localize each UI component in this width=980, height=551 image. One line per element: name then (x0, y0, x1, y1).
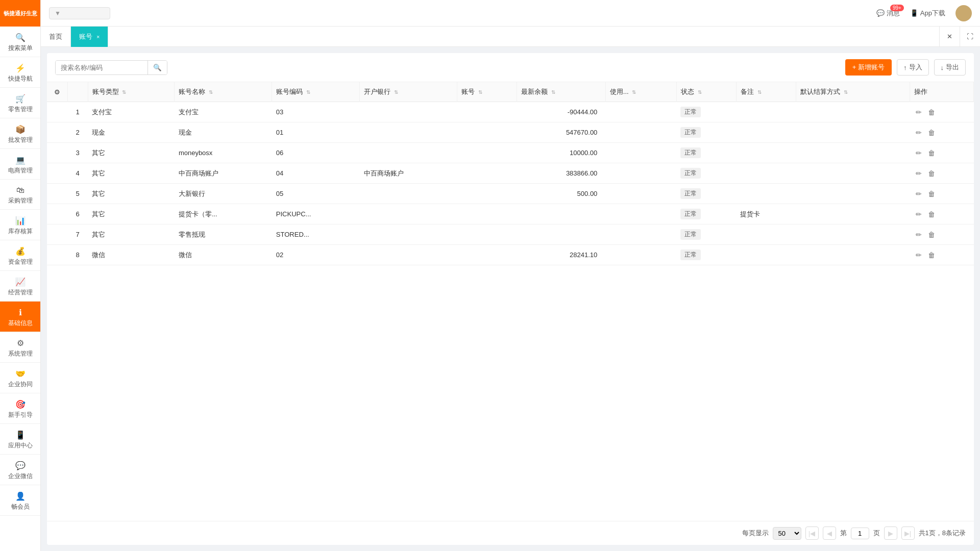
cell-type: 其它 (88, 184, 175, 204)
sys-mgmt-icon: ⚙ (17, 338, 24, 348)
add-account-button[interactable]: + 新增账号 (845, 59, 892, 76)
edit-button[interactable]: ✏ (914, 250, 924, 260)
sidebar-item-inventory-calc[interactable]: 📊 库存核算 (0, 210, 40, 240)
cell-balance: 547670.00 (517, 122, 606, 143)
delete-button[interactable]: 🗑 (926, 189, 937, 199)
sidebar-item-wholesale-mgmt[interactable]: 📦 批发管理 (0, 118, 40, 149)
col-balance[interactable]: 最新余额 ⇅ (517, 82, 606, 102)
delete-button[interactable]: 🗑 (926, 209, 937, 219)
delete-button[interactable]: 🗑 (926, 128, 937, 138)
sidebar-item-search-menu[interactable]: 🔍 搜索菜单 (0, 27, 40, 57)
delete-button[interactable]: 🗑 (926, 250, 937, 260)
edit-button[interactable]: ✏ (914, 148, 924, 158)
col-status[interactable]: 状态 ⇅ (676, 82, 736, 102)
sidebar-item-label: 搜索菜单 (8, 44, 33, 53)
col-remark[interactable]: 备注 ⇅ (736, 82, 796, 102)
tab-close-action-btn[interactable]: ✕ (939, 27, 960, 47)
sidebar-item-ecommerce-mgmt[interactable]: 💻 电商管理 (0, 149, 40, 180)
page-label: 第 (840, 529, 847, 538)
sidebar-item-biz-wechat[interactable]: 💬 企业微信 (0, 455, 40, 485)
sidebar-item-ops-mgmt[interactable]: 📈 经营管理 (0, 271, 40, 302)
cell-gear (47, 245, 67, 265)
tab-home[interactable]: 首页 (41, 27, 71, 47)
message-button[interactable]: 💬 消息 99+ (876, 9, 900, 18)
app-download-button[interactable]: 📱 App下载 (910, 9, 945, 18)
sidebar-item-purchase-mgmt[interactable]: 🛍 采购管理 (0, 180, 40, 210)
cell-account (457, 143, 517, 163)
tab-close-icon[interactable]: × (96, 34, 100, 40)
page-first-btn[interactable]: |◀ (805, 527, 819, 540)
col-type[interactable]: 账号类型 ⇅ (88, 82, 175, 102)
edit-button[interactable]: ✏ (914, 209, 924, 219)
cell-type: 其它 (88, 204, 175, 224)
status-badge: 正常 (680, 147, 701, 158)
import-button[interactable]: ↑ 导入 (897, 59, 929, 76)
header-search-input[interactable]: ▼ (49, 7, 110, 19)
cell-default-payment (796, 122, 910, 143)
cell-usage (605, 224, 676, 245)
col-gear[interactable]: ⚙ (47, 82, 67, 102)
cell-status: 正常 (676, 143, 736, 163)
cell-balance: -90444.00 (517, 102, 606, 122)
cell-default-payment (796, 102, 910, 122)
col-bank[interactable]: 开户银行 ⇅ (360, 82, 457, 102)
search-input[interactable] (56, 61, 148, 74)
col-code[interactable]: 账号编码 ⇅ (272, 82, 360, 102)
page-next-btn[interactable]: ▶ (884, 527, 897, 540)
sidebar-item-member[interactable]: 👤 畅会员 (0, 485, 40, 516)
search-menu-icon: 🔍 (15, 33, 26, 42)
cell-remark (736, 184, 796, 204)
export-button[interactable]: ↓ 导出 (934, 59, 966, 76)
search-button[interactable]: 🔍 (148, 61, 167, 74)
cell-balance: 500.00 (517, 184, 606, 204)
cell-code: 03 (272, 102, 360, 122)
col-default-payment[interactable]: 默认结算方式 ⇅ (796, 82, 910, 102)
edit-button[interactable]: ✏ (914, 168, 924, 179)
user-avatar[interactable] (955, 5, 972, 21)
delete-button[interactable]: 🗑 (926, 148, 937, 158)
tab-maximize-btn[interactable]: ⛶ (960, 27, 980, 47)
import-icon: ↑ (903, 64, 907, 71)
table-row: 7 其它 零售抵现 STORED... 正常 ✏ 🗑 (47, 224, 974, 245)
delete-button[interactable]: 🗑 (926, 107, 937, 117)
cell-remark: 提货卡 (736, 204, 796, 224)
sidebar-item-sys-mgmt[interactable]: ⚙ 系统管理 (0, 332, 40, 363)
cell-account (457, 245, 517, 265)
new-guide-icon: 🎯 (15, 399, 26, 409)
sidebar-item-label: 经营管理 (8, 288, 33, 297)
cell-usage (605, 184, 676, 204)
page-prev-btn[interactable]: ◀ (823, 527, 836, 540)
sidebar: 畅捷通好生意 🔍 搜索菜单 ⚡ 快捷导航 🛒 零售管理 📦 批发管理 💻 电商管… (0, 0, 41, 551)
cell-num: 5 (67, 184, 88, 204)
sidebar-item-biz-agreement[interactable]: 🤝 企业协同 (0, 363, 40, 393)
col-usage[interactable]: 使用... ⇅ (605, 82, 676, 102)
cell-status: 正常 (676, 224, 736, 245)
page-size-select[interactable]: 50 20 100 (773, 527, 801, 540)
app-download-label: App下载 (920, 9, 945, 18)
tab-account[interactable]: 账号 × (71, 27, 108, 47)
sidebar-item-fund-mgmt[interactable]: 💰 资金管理 (0, 240, 40, 271)
sidebar-item-app-center[interactable]: 📱 应用中心 (0, 424, 40, 455)
cell-type: 其它 (88, 224, 175, 245)
page-input[interactable] (851, 528, 869, 539)
sidebar-item-retail-mgmt[interactable]: 🛒 零售管理 (0, 88, 40, 118)
app-logo: 畅捷通好生意 (0, 0, 41, 27)
sidebar-item-basic-info[interactable]: ℹ 基础信息 (0, 302, 40, 332)
edit-button[interactable]: ✏ (914, 230, 924, 240)
sidebar-item-new-guide[interactable]: 🎯 新手引导 (0, 393, 40, 424)
page-last-btn[interactable]: ▶| (901, 527, 915, 540)
cell-type: 其它 (88, 143, 175, 163)
sidebar-item-label: 采购管理 (8, 196, 33, 205)
app-center-icon: 📱 (15, 430, 26, 440)
delete-button[interactable]: 🗑 (926, 168, 937, 179)
sidebar-item-quick-nav[interactable]: ⚡ 快捷导航 (0, 57, 40, 88)
col-account[interactable]: 账号 ⇅ (457, 82, 517, 102)
table-row: 4 其它 中百商场账户 04 中百商场账户 383866.00 正常 ✏ 🗑 (47, 163, 974, 184)
col-name[interactable]: 账号名称 ⇅ (175, 82, 272, 102)
edit-button[interactable]: ✏ (914, 189, 924, 199)
edit-button[interactable]: ✏ (914, 107, 924, 117)
edit-button[interactable]: ✏ (914, 128, 924, 138)
biz-agreement-icon: 🤝 (15, 369, 26, 379)
delete-button[interactable]: 🗑 (926, 230, 937, 240)
cell-bank (360, 122, 457, 143)
